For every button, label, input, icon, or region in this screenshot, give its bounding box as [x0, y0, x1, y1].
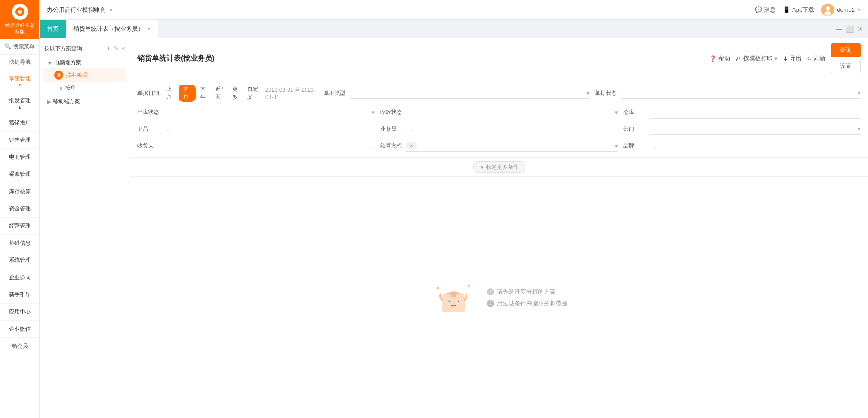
- sidebar-item-newbie[interactable]: 新手引导: [0, 286, 39, 304]
- svg-point-4: [824, 11, 831, 16]
- right-panel: 销货单统计表(按业务员) ❓ 帮助 🖨 按模板打印 ▾ ⬇ 导出: [130, 38, 868, 418]
- collapse-scheme-btn[interactable]: «: [122, 45, 125, 52]
- edit-scheme-btn[interactable]: ✎: [113, 45, 119, 52]
- svg-text:✦: ✦: [467, 284, 471, 289]
- header-right: 💬 消息 📱 App下载 demo2 ▾: [755, 4, 861, 16]
- avatar: [821, 4, 834, 16]
- scheme-sub-item-by-order[interactable]: ≡ 按单: [43, 82, 126, 94]
- message-btn[interactable]: 💬 消息: [755, 6, 776, 14]
- filter-doc-status: 单据状态 ▾: [595, 88, 861, 99]
- help-btn[interactable]: ❓ 帮助: [709, 54, 730, 62]
- salesperson-dropdown[interactable]: …: [406, 123, 618, 135]
- user-menu[interactable]: demo2 ▾: [821, 4, 861, 16]
- brand-dots[interactable]: …: [650, 142, 658, 150]
- goods-dots[interactable]: …: [164, 125, 172, 133]
- content-area: 按以下方案查询 + ✎ « ▼ 电脑端方案 业 按业务员: [40, 38, 868, 418]
- minimize-btn[interactable]: —: [836, 25, 842, 33]
- delivery-status-dropdown[interactable]: ▾: [164, 107, 375, 118]
- date-tab-more[interactable]: 更多: [230, 85, 243, 102]
- tab-sales-stat[interactable]: 销货单统计表（按业务员） ×: [66, 20, 158, 38]
- refresh-btn[interactable]: ↻ 刷新: [807, 54, 826, 62]
- receiver-dots[interactable]: …: [367, 142, 375, 150]
- empty-tip-1: 1 请先选择要分析的方案: [487, 288, 567, 296]
- department-dropdown[interactable]: ▾: [650, 124, 861, 135]
- sidebar-item-inventory[interactable]: 库存核算: [0, 183, 39, 200]
- search-menu[interactable]: 🔍 搜索菜单: [0, 39, 39, 55]
- refresh-icon: ↻: [807, 55, 812, 62]
- filter-goods: 商品 …: [137, 123, 375, 135]
- quick-nav[interactable]: 快捷导航: [0, 55, 39, 70]
- sidebar-item-operation[interactable]: 经营管理: [0, 218, 39, 235]
- receipt-status-dropdown[interactable]: ▾: [406, 107, 618, 118]
- sidebar-item-sales[interactable]: 销售管理: [0, 132, 39, 149]
- scheme-panel-header: 按以下方案查询 + ✎ «: [40, 42, 130, 55]
- warehouse-dropdown[interactable]: …: [650, 106, 861, 119]
- app-logo[interactable]: 畅 畅捷通好生意 标版: [0, 0, 39, 39]
- goods-dropdown[interactable]: …: [164, 123, 375, 135]
- sidebar-item-ecommerce[interactable]: 电商管理: [0, 149, 39, 166]
- add-scheme-btn[interactable]: +: [107, 44, 111, 52]
- export-btn[interactable]: ⬇ 导出: [783, 54, 802, 62]
- page-header: 销货单统计表(按业务员) ❓ 帮助 🖨 按模板打印 ▾ ⬇ 导出: [130, 38, 868, 79]
- sidebar-item-retail[interactable]: 零售管理 ▾: [0, 70, 39, 92]
- payment-dropdown[interactable]: × ▾: [406, 140, 618, 152]
- brand-dropdown[interactable]: …: [650, 140, 861, 152]
- sidebar: 畅 畅捷通好生意 标版 🔍 搜索菜单 快捷导航 零售管理 ▾ 批发管理 ▴ 营销…: [0, 0, 40, 418]
- sidebar-item-system[interactable]: 系统管理: [0, 252, 39, 269]
- filter-area: 单据日期 上月 本月 本年 近7天 更多 自定义 2023-03-01 至 20…: [130, 79, 868, 158]
- scheme-item-by-salesperson[interactable]: 业 按业务员: [43, 68, 126, 82]
- payment-tag: ×: [406, 142, 416, 149]
- date-tab-this-year[interactable]: 本年: [198, 85, 211, 102]
- close-btn[interactable]: ✕: [857, 25, 863, 33]
- date-tab-custom[interactable]: 自定义: [245, 85, 262, 102]
- date-range: 2023-03-01 至 2023-03-31: [265, 86, 318, 100]
- receiver-input[interactable]: [164, 141, 365, 151]
- svg-text:✦: ✦: [435, 285, 440, 291]
- filter-warehouse: 仓库 …: [623, 106, 861, 119]
- sidebar-item-enterprise[interactable]: 企业协同: [0, 269, 39, 286]
- date-tab-7days[interactable]: 近7天: [212, 85, 228, 102]
- query-btn[interactable]: 查询: [831, 43, 861, 57]
- tag-x-btn[interactable]: ×: [410, 143, 413, 148]
- dept-chevron: ▾: [858, 126, 861, 133]
- tab-home[interactable]: 首页: [40, 20, 66, 38]
- app-download-btn[interactable]: 📱 App下载: [783, 6, 814, 14]
- sidebar-item-member[interactable]: 畅会员: [0, 338, 39, 355]
- filter-receipt-status: 收款状态 ▾: [380, 107, 618, 118]
- doc-status-dropdown[interactable]: ▾: [621, 88, 861, 99]
- svg-marker-6: [442, 291, 453, 294]
- warehouse-dots[interactable]: …: [650, 108, 658, 116]
- sidebar-item-purchase[interactable]: 采购管理: [0, 166, 39, 183]
- payment-chevron: ▾: [615, 142, 618, 149]
- filter-row-4: 收货人 … 结算方式 × ▾ 品牌: [137, 140, 861, 152]
- tip-num-2: 2: [487, 300, 494, 307]
- sidebar-item-finance[interactable]: 资金管理: [0, 200, 39, 218]
- collapse-conditions-btn[interactable]: ∧ 收起更多条件: [473, 162, 525, 173]
- salesperson-dots[interactable]: …: [406, 125, 415, 133]
- doc-type-dropdown[interactable]: ▾: [350, 88, 590, 99]
- sub-item-icon: ≡: [60, 86, 62, 91]
- sidebar-item-apps[interactable]: 应用中心: [0, 304, 39, 321]
- date-tab-this-month[interactable]: 本月: [179, 85, 195, 102]
- print-btn[interactable]: 🖨 按模板打印 ▾: [736, 54, 778, 62]
- logo-text: 畅捷通好生意 标版: [2, 22, 38, 36]
- scheme-panel: 按以下方案查询 + ✎ « ▼ 电脑端方案 业 按业务员: [40, 38, 130, 418]
- sidebar-item-marketing[interactable]: 营销推广: [0, 114, 39, 132]
- empty-state: ✦ ✦ 1: [130, 177, 868, 418]
- chevron-up-icon: ▴: [2, 104, 38, 109]
- triangle-right-icon: ▶: [47, 99, 51, 105]
- sidebar-item-basic[interactable]: 基础信息: [0, 235, 39, 252]
- empty-tip-2: 2 用过滤条件来缩小分析范围: [487, 299, 567, 308]
- settings-btn[interactable]: 设置: [831, 59, 861, 73]
- scheme-group-mobile-title[interactable]: ▶ 移动端方案: [43, 96, 126, 107]
- delivery-chevron: ▾: [372, 109, 375, 116]
- export-icon: ⬇: [783, 55, 788, 62]
- dropdown-icon[interactable]: ▾: [109, 6, 113, 13]
- sidebar-item-wechat[interactable]: 企业微信: [0, 321, 39, 338]
- date-tab-last-month[interactable]: 上月: [164, 85, 177, 102]
- tab-close-btn[interactable]: ×: [147, 26, 151, 32]
- maximize-btn[interactable]: ⬜: [846, 25, 854, 33]
- download-icon: 📱: [783, 6, 790, 13]
- scheme-group-desktop-title[interactable]: ▼ 电脑端方案: [43, 57, 126, 68]
- sidebar-item-wholesale[interactable]: 批发管理 ▴: [0, 92, 39, 114]
